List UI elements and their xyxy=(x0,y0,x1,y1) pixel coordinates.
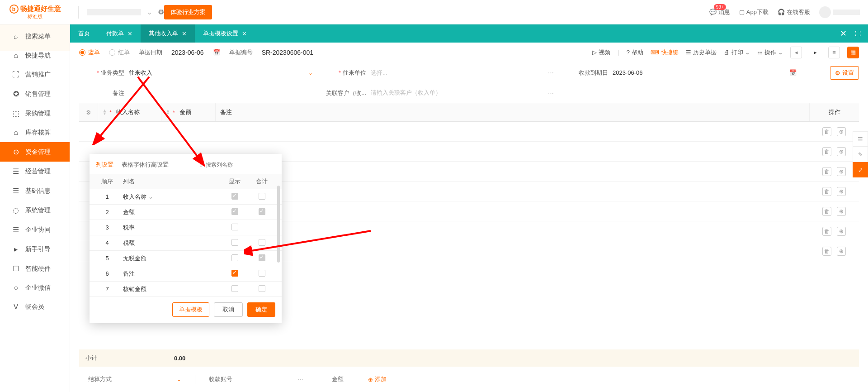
sidebar-item[interactable]: ○企业微信 xyxy=(0,278,70,297)
chevron-down-icon[interactable]: ⌄ xyxy=(177,376,181,382)
delete-row-icon[interactable]: 🗑 xyxy=(822,207,831,216)
checkbox[interactable] xyxy=(231,193,238,200)
sidebar-icon: ⌂ xyxy=(12,52,20,60)
checkbox[interactable] xyxy=(259,208,265,215)
checkbox[interactable] xyxy=(259,270,265,277)
history-link[interactable]: ☰ 历史单据 xyxy=(686,48,717,57)
checkbox[interactable] xyxy=(231,208,238,215)
help-link[interactable]: ? 帮助 xyxy=(627,48,643,57)
prev-page-button[interactable]: ◂ xyxy=(790,47,802,58)
fullscreen-icon[interactable]: ⛶ xyxy=(855,30,861,37)
tab[interactable]: 首页 xyxy=(70,24,98,43)
sidebar-item[interactable]: ☰经营管理 xyxy=(0,162,70,181)
sidebar-item[interactable]: V畅会员 xyxy=(0,297,70,316)
column-search[interactable]: ⌕ xyxy=(198,160,275,169)
grid-view-button[interactable]: ▦ xyxy=(847,47,859,58)
tab[interactable]: 其他收入单✕ xyxy=(141,24,195,43)
sidebar-item[interactable]: ⌂快捷导航 xyxy=(0,46,70,65)
checkbox[interactable] xyxy=(231,285,238,292)
sidebar-item[interactable]: ☰企业协同 xyxy=(0,220,70,239)
delete-row-icon[interactable]: 🗑 xyxy=(822,187,831,196)
delete-row-icon[interactable]: 🗑 xyxy=(822,147,831,156)
more-icon[interactable]: ⋯ xyxy=(548,69,555,76)
sidebar-item[interactable]: ✪销售管理 xyxy=(0,84,70,104)
checkbox[interactable] xyxy=(259,285,265,292)
app-download-link[interactable]: ▢ App下载 xyxy=(739,8,769,16)
copy-row-icon[interactable]: ⊕ xyxy=(837,187,846,196)
sidebar-item[interactable]: ⌂库存核算 xyxy=(0,123,70,142)
more-icon[interactable]: ⋯ xyxy=(548,90,555,96)
checkbox[interactable] xyxy=(259,254,265,261)
col-remark[interactable]: 备注 xyxy=(220,108,232,116)
support-link[interactable]: 🎧 在线客服 xyxy=(778,8,810,16)
column-settings-tab[interactable]: 列设置 xyxy=(96,161,113,169)
float-expand-icon[interactable]: ⤢ xyxy=(853,162,868,177)
sidebar-item[interactable]: ⬚采购管理 xyxy=(0,104,70,123)
delete-row-icon[interactable]: 🗑 xyxy=(822,167,831,176)
col-income[interactable]: 收入名称 xyxy=(116,108,140,116)
cancel-button[interactable]: 取消 xyxy=(214,302,243,317)
tab-close-icon[interactable]: ✕ xyxy=(242,30,247,37)
popup-scrollbar[interactable] xyxy=(277,186,280,263)
float-edit-icon[interactable]: ✎ xyxy=(853,147,868,162)
business-type-field[interactable]: *业务类型 往来收入⌄ xyxy=(79,67,313,79)
copy-row-icon[interactable]: ⊕ xyxy=(837,207,846,216)
tab-close-icon[interactable]: ✕ xyxy=(127,30,132,37)
sidebar-item[interactable]: ☐智能硬件 xyxy=(0,259,70,278)
sidebar-item[interactable]: ⛶营销推广 xyxy=(0,65,70,84)
try-industry-button[interactable]: 体验行业方案 xyxy=(164,5,212,19)
red-bill-radio[interactable]: 红单 xyxy=(109,48,130,57)
delete-row-icon[interactable]: 🗑 xyxy=(822,227,831,236)
checkbox[interactable] xyxy=(231,239,238,246)
related-customer-field[interactable]: 关联客户（收... 请输入关联客户（收入单）⋯ xyxy=(321,87,555,99)
calendar-icon[interactable]: 📅 xyxy=(789,69,797,76)
delete-row-icon[interactable]: 🗑 xyxy=(822,127,831,136)
tenant-dropdown[interactable]: ⌄ ⚙ xyxy=(87,8,164,16)
copy-row-icon[interactable]: ⊕ xyxy=(837,147,846,156)
bill-template-button[interactable]: 单据模板 xyxy=(172,302,209,317)
col-amount[interactable]: 金额 xyxy=(179,108,191,116)
remark-field[interactable]: 备注 xyxy=(79,89,313,97)
tab[interactable]: 付款单✕ xyxy=(98,24,141,43)
blue-bill-radio[interactable]: 蓝单 xyxy=(79,48,100,57)
copy-row-icon[interactable]: ⊕ xyxy=(837,127,846,136)
close-icon[interactable]: ✕ xyxy=(840,29,847,38)
copy-row-icon[interactable]: ⊕ xyxy=(837,247,846,256)
gear-icon[interactable]: ⚙ xyxy=(158,8,164,16)
contact-unit-field[interactable]: *往来单位 选择...⋯ xyxy=(321,67,555,79)
user-account[interactable] xyxy=(819,6,860,18)
messages-link[interactable]: 💬 消息 99+ xyxy=(709,8,730,16)
calendar-icon[interactable]: 📅 xyxy=(213,49,220,56)
list-view-button[interactable]: ≡ xyxy=(828,47,840,58)
sidebar-item[interactable]: ⌕搜索菜单 xyxy=(0,27,70,46)
tab[interactable]: 单据模板设置✕ xyxy=(195,24,255,43)
confirm-button[interactable]: 确定 xyxy=(247,302,275,317)
operate-dropdown[interactable]: ⚏ 操作 ⌄ xyxy=(757,48,783,57)
checkbox[interactable] xyxy=(231,254,238,261)
more-icon[interactable]: ⋯ xyxy=(297,376,304,383)
print-dropdown[interactable]: 🖨 打印 ⌄ xyxy=(724,48,750,57)
sidebar-item[interactable]: ☰基础信息 xyxy=(0,181,70,201)
video-link[interactable]: ▷ 视频 xyxy=(592,48,610,57)
checkbox[interactable] xyxy=(259,239,265,246)
float-note-icon[interactable]: ☰ xyxy=(853,131,868,147)
tab-close-icon[interactable]: ✕ xyxy=(182,30,187,37)
checkbox[interactable] xyxy=(231,270,238,277)
gear-icon[interactable]: ⚙ xyxy=(86,109,91,116)
checkbox[interactable] xyxy=(231,224,238,230)
copy-row-icon[interactable]: ⊕ xyxy=(837,167,846,176)
settings-button[interactable]: ⚙ 设置 xyxy=(830,66,859,80)
column-search-input[interactable] xyxy=(206,162,274,168)
checkbox[interactable] xyxy=(259,193,265,200)
sidebar-item[interactable]: ◌系统管理 xyxy=(0,201,70,220)
hotkey-link[interactable]: ⌨ 快捷键 xyxy=(651,48,679,57)
copy-row-icon[interactable]: ⊕ xyxy=(837,227,846,236)
delete-row-icon[interactable]: 🗑 xyxy=(822,247,831,256)
table-row[interactable]: 🗑⊕ xyxy=(79,122,859,142)
due-date-field[interactable]: 收款到期日 2023-06-06📅 xyxy=(563,67,797,78)
next-page-button[interactable]: ▸ xyxy=(809,47,821,58)
sidebar-item[interactable]: ⊙资金管理 xyxy=(0,142,70,162)
font-rowheight-tab[interactable]: 表格字体行高设置 xyxy=(122,161,169,169)
add-payment-button[interactable]: ⊕ 添加 xyxy=(368,375,387,383)
sidebar-item[interactable]: ▸新手引导 xyxy=(0,239,70,259)
